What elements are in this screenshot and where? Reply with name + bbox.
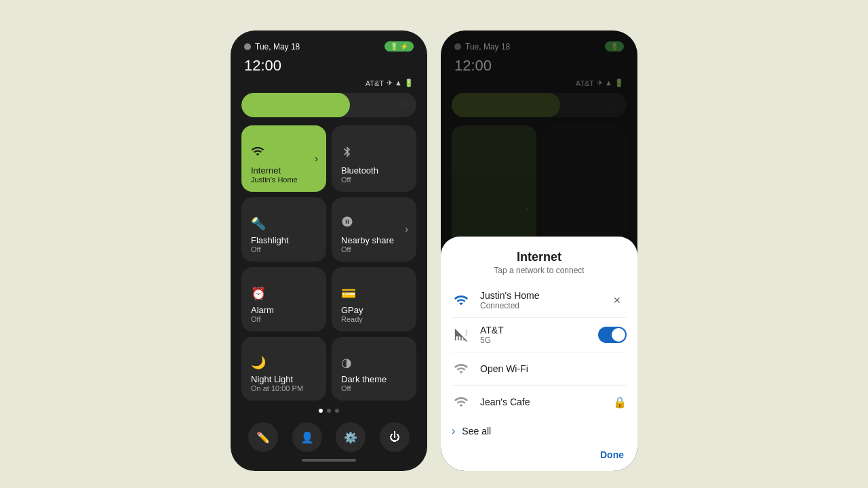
lock-icon: 🔒 <box>613 396 627 409</box>
flashlight-icon: 🔦 <box>251 216 317 231</box>
att-name: AT&T <box>480 325 589 336</box>
tile-nearby-sub: Off <box>341 245 407 253</box>
dialog-title: Internet <box>441 250 637 264</box>
justins-home-status: Connected <box>480 301 598 310</box>
settings-button[interactable]: ⚙️ <box>336 422 366 452</box>
home-indicator-1 <box>302 459 356 462</box>
gpay-icon: 💳 <box>341 286 407 301</box>
done-button[interactable]: Done <box>600 449 624 460</box>
dark-theme-icon: ◑ <box>341 355 407 370</box>
battery-icon-1: 🔋 <box>390 43 398 50</box>
signal-icon <box>452 325 471 344</box>
tile-nearby-arrow: › <box>405 224 408 235</box>
carrier-text-1: AT&T <box>366 79 384 87</box>
tile-flashlight-sub: Off <box>251 245 317 253</box>
dialog-subtitle: Tap a network to connect <box>441 266 637 275</box>
open-wifi-icon <box>452 359 471 378</box>
wifi-connected-icon <box>452 291 471 310</box>
att-toggle-thumb <box>612 328 625 342</box>
phone-1: Tue, May 18 🔋 ⚡ 12:00 AT&T ✈ ▲ 🔋 ⚙ <box>231 30 427 471</box>
internet-dialog: Internet Tap a network to connect Justin… <box>441 237 637 471</box>
signal-icons-1: ✈ ▲ 🔋 <box>387 79 414 87</box>
tile-bluetooth-label: Bluetooth <box>341 165 407 176</box>
tile-internet[interactable]: Internet Justin's Home › <box>241 125 326 192</box>
open-wifi-info: Open Wi-Fi <box>480 363 627 374</box>
jeans-cafe-action: 🔒 <box>613 396 627 409</box>
tile-dark-theme[interactable]: ◑ Dark theme Off <box>332 337 416 401</box>
tile-gpay-label: GPay <box>341 305 407 315</box>
jeans-cafe-name: Jean's Cafe <box>480 396 604 407</box>
alarm-icon: ⏰ <box>251 286 317 301</box>
dialog-footer: Done <box>441 444 637 471</box>
status-dot-1 <box>244 43 251 50</box>
wifi-icon <box>251 144 317 161</box>
status-bar-1: Tue, May 18 🔋 ⚡ <box>239 39 419 54</box>
bottom-icons-1: ✏️ 👤 ⚙️ ⏻ <box>239 418 419 455</box>
see-all-chevron-icon: › <box>452 425 455 437</box>
user-button[interactable]: 👤 <box>292 422 322 452</box>
tile-bluetooth-sub: Off <box>341 176 407 184</box>
tile-flashlight-label: Flashlight <box>251 235 317 245</box>
nearby-share-icon <box>341 216 407 231</box>
jeans-cafe-wifi-icon <box>452 392 471 411</box>
power-button[interactable]: ⏻ <box>380 422 410 452</box>
brightness-fill-1 <box>241 93 350 117</box>
brightness-slider-1[interactable]: ⚙ <box>241 93 416 117</box>
status-left-1: Tue, May 18 <box>244 42 300 52</box>
att-status: 5G <box>480 336 589 345</box>
network-jeans-cafe[interactable]: Jean's Cafe 🔒 <box>452 386 627 418</box>
justins-home-action[interactable]: ✕ <box>608 291 627 310</box>
tile-nearby-share[interactable]: Nearby share Off › <box>332 197 416 262</box>
close-network-btn[interactable]: ✕ <box>608 291 627 310</box>
tile-alarm[interactable]: ⏰ Alarm Off <box>241 267 326 331</box>
network-list: Justin's Home Connected ✕ AT&T 5G <box>441 283 637 418</box>
tile-gpay[interactable]: 💳 GPay Ready <box>332 267 416 331</box>
network-att[interactable]: AT&T 5G <box>452 318 627 352</box>
network-open-wifi[interactable]: Open Wi-Fi <box>452 352 627 386</box>
att-info: AT&T 5G <box>480 325 589 345</box>
phone-2: Tue, May 18 🔋 12:00 AT&T ✈ ▲ 🔋 ⚙ <box>441 30 637 471</box>
tile-night-sub: On at 10:00 PM <box>251 384 317 392</box>
tile-dark-sub: Off <box>341 384 407 392</box>
justins-home-info: Justin's Home Connected <box>480 290 598 310</box>
justins-home-name: Justin's Home <box>480 290 598 301</box>
status-date-1: Tue, May 18 <box>255 42 300 52</box>
att-action[interactable] <box>598 327 627 343</box>
moon-icon: 🌙 <box>251 355 317 370</box>
tile-internet-sub: Justin's Home <box>251 176 317 184</box>
att-toggle[interactable] <box>598 327 627 343</box>
tile-flashlight[interactable]: 🔦 Flashlight Off <box>241 197 326 262</box>
see-all-row[interactable]: › See all <box>441 418 637 444</box>
edit-button[interactable]: ✏️ <box>248 422 278 452</box>
network-justins-home[interactable]: Justin's Home Connected ✕ <box>452 283 627 318</box>
tile-dark-label: Dark theme <box>341 374 407 384</box>
battery-indicator-1: 🔋 ⚡ <box>384 41 414 52</box>
tile-nearby-label: Nearby share <box>341 235 407 245</box>
bluetooth-icon <box>341 146 407 161</box>
status-right-1: 🔋 ⚡ <box>384 41 414 52</box>
dot-1 <box>319 409 323 413</box>
quick-tiles-grid-1: Internet Justin's Home › Bluetooth Off 🔦… <box>241 125 416 401</box>
tile-alarm-label: Alarm <box>251 305 317 315</box>
tile-night-label: Night Light <box>251 374 317 384</box>
page-dots-1 <box>239 403 419 418</box>
brightness-icon-1: ⚙ <box>400 99 410 112</box>
tile-alarm-sub: Off <box>251 315 317 323</box>
tile-internet-label: Internet <box>251 165 317 176</box>
see-all-label: See all <box>462 426 491 436</box>
battery-text-1: ⚡ <box>400 43 408 50</box>
jeans-cafe-info: Jean's Cafe <box>480 396 604 407</box>
dot-2 <box>327 409 331 413</box>
tile-night-light[interactable]: 🌙 Night Light On at 10:00 PM <box>241 337 326 401</box>
tile-gpay-sub: Ready <box>341 315 407 323</box>
carrier-row-1: AT&T ✈ ▲ 🔋 <box>239 79 419 87</box>
dot-3 <box>335 409 339 413</box>
open-wifi-name: Open Wi-Fi <box>480 363 627 374</box>
tile-internet-arrow: › <box>315 153 318 164</box>
tile-bluetooth[interactable]: Bluetooth Off <box>332 125 416 192</box>
time-display-1: 12:00 <box>239 57 419 79</box>
